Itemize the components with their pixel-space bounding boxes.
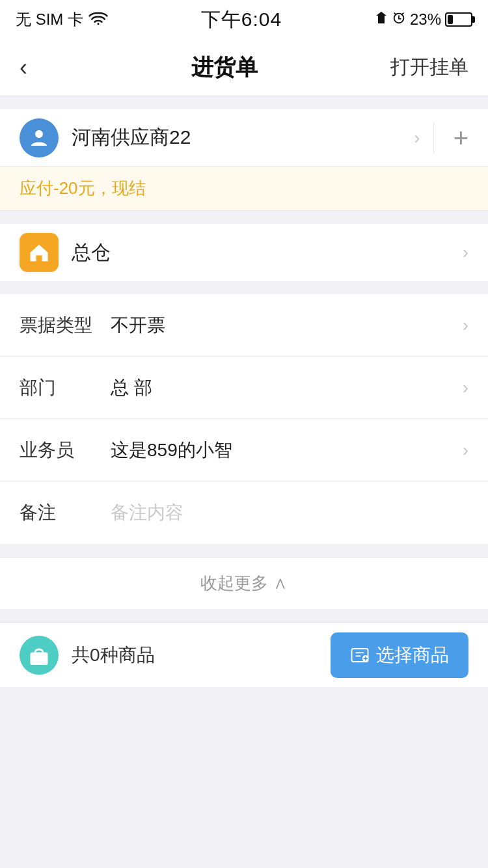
supplier-row[interactable]: 河南供应商22 › +	[0, 109, 488, 167]
warehouse-card: 总仓 ›	[0, 224, 488, 281]
supplier-chevron-icon: ›	[414, 128, 420, 148]
select-product-label: 选择商品	[376, 643, 449, 668]
invoice-chevron-icon: ›	[463, 315, 468, 336]
warehouse-chevron-icon: ›	[463, 242, 468, 263]
invoice-row[interactable]: 票据类型 不开票 ›	[0, 294, 488, 357]
status-bar-right: 23%	[375, 10, 472, 29]
notice-bar: 应付-20元，现结	[0, 167, 488, 211]
notice-text: 应付-20元，现结	[20, 178, 146, 198]
sales-label: 业务员	[20, 438, 111, 463]
section-gap-2	[0, 211, 488, 224]
dept-row[interactable]: 部门 总 部 ›	[0, 357, 488, 419]
svg-point-2	[35, 130, 43, 138]
bottom-bar: 共0种商品 选择商品	[0, 622, 488, 687]
back-button[interactable]: ‹	[20, 54, 59, 81]
remark-label: 备注	[20, 500, 111, 525]
warehouse-name: 总仓	[72, 239, 463, 266]
open-pending-button[interactable]: 打开挂单	[390, 54, 468, 81]
supplier-card: 河南供应商22 › + 应付-20元，现结	[0, 109, 488, 211]
divider	[433, 122, 434, 154]
dept-value: 总 部	[111, 375, 463, 400]
select-product-button[interactable]: 选择商品	[331, 632, 468, 678]
section-gap-1	[0, 96, 488, 109]
dept-chevron-icon: ›	[463, 377, 468, 398]
wifi-icon	[88, 10, 108, 29]
svg-rect-3	[31, 652, 48, 665]
add-supplier-button[interactable]: +	[454, 125, 468, 151]
supplier-avatar	[20, 118, 59, 157]
page-title: 进货单	[191, 53, 258, 83]
collapse-label: 收起更多 ∧	[200, 572, 287, 595]
supplier-name: 河南供应商22	[72, 124, 414, 151]
product-icon	[20, 636, 59, 675]
sales-chevron-icon: ›	[463, 440, 468, 461]
form-section: 票据类型 不开票 › 部门 总 部 › 业务员 这是859的小智 › 备注 备注…	[0, 294, 488, 544]
nav-bar: ‹ 进货单 打开挂单	[0, 39, 488, 96]
status-bar-left: 无 SIM 卡	[16, 9, 108, 30]
dept-label: 部门	[20, 375, 111, 400]
warehouse-row[interactable]: 总仓 ›	[0, 224, 488, 281]
battery-percent: 23%	[410, 10, 441, 29]
status-bar: 无 SIM 卡 下午6:04 23%	[0, 0, 488, 39]
invoice-label: 票据类型	[20, 313, 111, 338]
remark-row[interactable]: 备注 备注内容	[0, 481, 488, 544]
invoice-value: 不开票	[111, 313, 463, 338]
battery-icon	[445, 12, 472, 27]
sales-value: 这是859的小智	[111, 438, 463, 463]
carrier-label: 无 SIM 卡	[16, 9, 83, 30]
remark-placeholder[interactable]: 备注内容	[111, 500, 468, 525]
collapse-row[interactable]: 收起更多 ∧	[0, 557, 488, 609]
svg-point-0	[98, 23, 100, 25]
alarm-icon	[392, 10, 406, 29]
location-icon	[375, 10, 388, 29]
warehouse-icon	[20, 233, 59, 272]
product-count-label: 共0种商品	[72, 643, 331, 668]
sales-row[interactable]: 业务员 这是859的小智 ›	[0, 419, 488, 481]
page-rest	[0, 687, 488, 868]
status-bar-time: 下午6:04	[201, 7, 282, 33]
